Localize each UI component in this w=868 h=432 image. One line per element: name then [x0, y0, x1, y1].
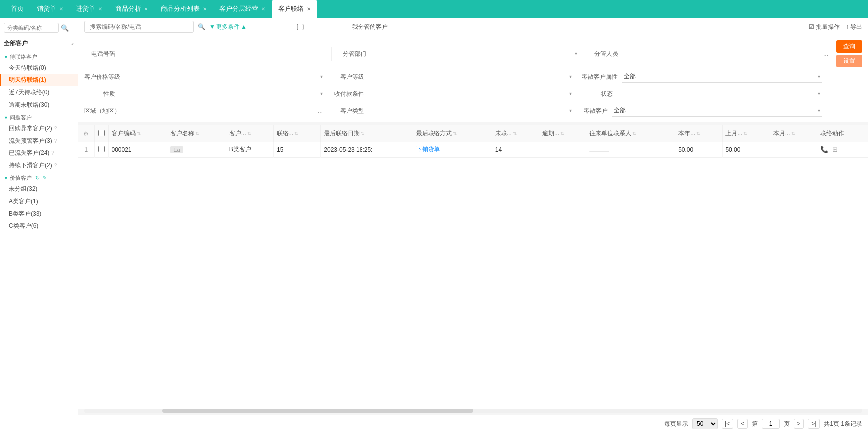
nav-customer-tier-close[interactable]: ✕	[261, 6, 265, 12]
nav-purchase-close[interactable]: ✕	[98, 6, 102, 12]
filter-payment-select[interactable]: ▾	[368, 89, 574, 98]
filter-retail-customer-select[interactable]: 全部 ▾	[612, 105, 822, 117]
nav-goods-analysis-list-label: 商品分析列表	[161, 4, 200, 13]
row-action-phone-icon[interactable]: 📞	[820, 146, 828, 153]
value-refresh-icon[interactable]: ↻	[35, 175, 40, 181]
sidebar-item-churned[interactable]: 已流失客户(24) ?	[0, 147, 78, 159]
filter-person-select[interactable]: ...	[622, 49, 830, 59]
filter-customer-level-select[interactable]: ▾	[368, 72, 574, 81]
search-icon[interactable]: 🔍	[198, 23, 205, 30]
more-filters-button[interactable]: ▼ 更多条件 ▲	[209, 23, 247, 31]
last-page-button[interactable]: >|	[808, 419, 820, 429]
filter-status-caret: ▾	[818, 91, 820, 96]
sort-overdue-icon[interactable]: ⇅	[560, 131, 564, 136]
row-last-method[interactable]: 下销货单	[413, 142, 492, 158]
row-last-method-link[interactable]: 下销货单	[416, 146, 440, 153]
sidebar-search-input[interactable]	[4, 23, 59, 33]
filter-panel: 电话号码 分管部门 ▾ 分管人员 ...	[78, 36, 868, 122]
filter-area-select[interactable]: ...	[124, 106, 325, 116]
col-checkbox[interactable]	[94, 125, 108, 142]
col-this-month: 本月...⇅	[770, 125, 817, 142]
col-settings[interactable]: ⚙	[78, 125, 94, 142]
nav-customer-contact[interactable]: 客户联络 ✕	[272, 0, 317, 18]
sidebar-item-class-b[interactable]: B类客户(33)	[0, 208, 78, 220]
filter-dept-select[interactable]: ▾	[370, 49, 579, 58]
value-edit-icon[interactable]: ✎	[42, 175, 47, 181]
filter-gender-caret: ▾	[320, 91, 323, 96]
sidebar-item-ungrouped[interactable]: 未分组(32)	[0, 183, 78, 195]
sidebar-item-today[interactable]: 今天待联络(0)	[0, 62, 78, 74]
sidebar-item-class-c[interactable]: C类客户(6)	[0, 220, 78, 232]
filter-payment-label: 收付款条件	[333, 90, 368, 98]
nav-goods-analysis[interactable]: 商品分析 ✕	[109, 0, 154, 18]
row-checkbox[interactable]	[98, 146, 105, 152]
col-type: 客户...⇅	[226, 125, 273, 142]
nav-goods-analysis-list[interactable]: 商品分析列表 ✕	[155, 0, 213, 18]
filter-customer-type-select[interactable]: ▾	[368, 106, 574, 115]
sort-code-icon[interactable]: ⇅	[137, 131, 141, 136]
row-action-grid-icon[interactable]: ⊞	[832, 146, 838, 153]
filter-divider-2	[583, 47, 583, 61]
filter-person-cell: 分管人员 ...	[587, 49, 830, 59]
nav-customer-contact-close[interactable]: ✕	[307, 6, 311, 12]
search-input[interactable]	[84, 21, 194, 33]
sidebar-item-overdue[interactable]: 逾期未联络(30)	[0, 99, 78, 111]
sort-type-icon[interactable]: ⇅	[247, 131, 251, 136]
nav-goods-analysis-list-close[interactable]: ✕	[203, 6, 207, 12]
sidebar-collapse-icon[interactable]: «	[71, 41, 74, 47]
sort-name-icon[interactable]: ⇅	[195, 131, 199, 136]
nav-sales-close[interactable]: ✕	[59, 6, 63, 12]
filter-gender-select[interactable]: ▾	[119, 89, 325, 98]
filter-payment-cell: 收付款条件 ▾	[333, 89, 574, 98]
sort-last-date-icon[interactable]: ⇅	[361, 131, 364, 136]
col-company-contact: 往来单位联系人⇅	[586, 125, 675, 142]
filter-price-level-caret: ▾	[320, 74, 323, 79]
select-all-checkbox[interactable]	[98, 130, 105, 136]
next-page-button[interactable]: >	[794, 419, 804, 429]
horizontal-scrollbar[interactable]	[84, 409, 862, 413]
sidebar-item-tomorrow[interactable]: 明天待联络(1)	[0, 74, 78, 86]
nav-sales[interactable]: 销货单 ✕	[31, 0, 69, 18]
sort-no-contact-icon[interactable]: ⇅	[513, 131, 517, 136]
sidebar: 🔍 全部客户 « ▼ 待联络客户 今天待联络(0) 明天待联络(1) 近7天待联…	[0, 18, 78, 432]
export-button[interactable]: ↑ 导出	[846, 23, 862, 31]
sort-last-month-icon[interactable]: ⇅	[743, 131, 747, 136]
nav-goods-analysis-close[interactable]: ✕	[144, 6, 148, 12]
nav-customer-tier[interactable]: 客户分层经营 ✕	[214, 0, 271, 18]
row-checkbox-cell[interactable]	[94, 142, 108, 158]
filter-price-level-select[interactable]: ▾	[124, 72, 325, 81]
filter-person-dots[interactable]: ...	[823, 50, 828, 57]
page-input[interactable]	[762, 419, 780, 429]
sidebar-item-declining[interactable]: 持续下滑客户(2) ?	[0, 159, 78, 172]
sort-contact-count-icon[interactable]: ⇅	[294, 131, 298, 136]
sidebar-item-churn-warn[interactable]: 流失预警客户(3) ?	[0, 135, 78, 147]
filter-area-dots[interactable]: ...	[318, 107, 323, 114]
sort-last-method-icon[interactable]: ⇅	[453, 131, 457, 136]
settings-button[interactable]: 设置	[836, 55, 862, 67]
per-page-select[interactable]: 50 100 200	[692, 418, 718, 429]
filter-phone-input[interactable]	[119, 49, 327, 59]
my-customers-checkbox-label[interactable]: 我分管的客户	[251, 23, 388, 31]
batch-op-button[interactable]: ☑ 批量操作	[809, 23, 840, 31]
nav-home[interactable]: 首页	[5, 0, 30, 18]
my-customers-checkbox[interactable]	[251, 24, 350, 30]
filter-retail-attr-select[interactable]: 全部 ▾	[622, 71, 822, 83]
row-name-masked: Ea	[170, 146, 183, 153]
filter-customer-level-cell: 客户等级 ▾	[333, 72, 574, 81]
sidebar-item-week[interactable]: 近7天待联络(0)	[0, 86, 78, 99]
top-nav: 首页 销货单 ✕ 进货单 ✕ 商品分析 ✕ 商品分析列表 ✕ 客户分层经营 ✕ …	[0, 0, 868, 18]
sort-this-year-icon[interactable]: ⇅	[696, 131, 700, 136]
first-page-button[interactable]: |<	[722, 419, 733, 429]
sidebar-search-icon[interactable]: 🔍	[61, 24, 69, 32]
nav-purchase[interactable]: 进货单 ✕	[70, 0, 108, 18]
sort-this-month-icon[interactable]: ⇅	[791, 131, 795, 136]
filter-customer-level-caret: ▾	[569, 74, 572, 79]
sidebar-all-customers[interactable]: 全部客户 «	[0, 36, 78, 51]
sort-company-contact-icon[interactable]: ⇅	[632, 131, 636, 136]
prev-page-button[interactable]: <	[737, 419, 748, 429]
filter-status-select[interactable]: ▾	[617, 89, 822, 98]
sidebar-item-class-a[interactable]: A类客户(1)	[0, 195, 78, 208]
sidebar-item-rebuy[interactable]: 回购异常客户(2) ?	[0, 122, 78, 135]
query-button[interactable]: 查询	[836, 40, 862, 53]
scrollbar-thumb[interactable]	[162, 409, 473, 413]
